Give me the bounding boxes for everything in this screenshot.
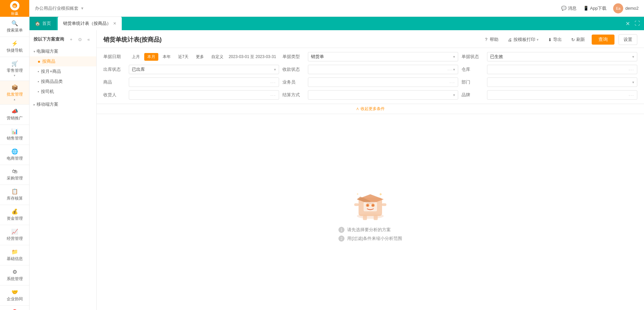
sidebar-item-purchase[interactable]: 🛍 采购管理 [0, 165, 29, 185]
tree-child-by-printer[interactable]: ▪ 按司机 [30, 87, 96, 97]
doc-status-control[interactable]: 已生效 ▾ [487, 52, 637, 61]
date-tab-more[interactable]: 更多 [193, 53, 207, 61]
tab-home[interactable]: 🏠 首页 [30, 17, 56, 30]
query-btn[interactable]: 查询 [592, 35, 614, 45]
sidebar-item-label: 企业协同 [7, 296, 23, 302]
date-tab-7days[interactable]: 近7天 [175, 53, 192, 61]
brand-control[interactable]: ··· [487, 90, 637, 100]
sidebar-item-newbie[interactable]: 🎯 新手引导 [0, 306, 29, 310]
print-dropdown-icon: ▾ [537, 38, 539, 42]
sidebar-item-sales[interactable]: 📊 销售管理 [0, 125, 29, 145]
message-btn[interactable]: 💬 消息 [561, 5, 577, 11]
sidebar-item-basic[interactable]: 📁 基础信息 [0, 245, 29, 265]
page-title: 销货单统计表(按商品) [103, 36, 162, 44]
template-print-btn[interactable]: 🖨 按模板打印 ▾ [505, 35, 541, 44]
sidebar-item-ecommerce[interactable]: 🌐 电商管理 [0, 145, 29, 165]
help-icon: ？ [484, 37, 488, 43]
ecommerce-icon: 🌐 [11, 148, 18, 155]
industry-dropdown-icon[interactable]: ▾ [81, 6, 84, 11]
purchase-icon: 🛍 [12, 168, 17, 174]
doc-type-label: 单据类型 [282, 54, 306, 60]
app-logo: 畅 标赢 [0, 0, 29, 17]
sidebar-item-wholesale[interactable]: 📦 批发管理 ▴ [0, 81, 29, 105]
filter-cell-stock-status: 出库状态 已出库 ▾ [103, 65, 279, 74]
tab-close-icon[interactable]: ✕ [113, 21, 116, 25]
tree-mobile-parent[interactable]: ▸ 移动端方案 [30, 99, 96, 109]
tree-child-icon-2: ▪ [38, 79, 39, 84]
payment-status-control[interactable]: ··· ▾ [308, 65, 458, 74]
tree-child-icon-1: ▪ [38, 69, 39, 74]
tree-child-by-category[interactable]: ▪ 按商品品类 [30, 76, 96, 87]
sidebar-item-marketing[interactable]: 📣 营销推广 [0, 105, 29, 125]
tab-fullscreen-icon[interactable]: ⛶ [633, 19, 641, 28]
tree-desktop: ▾ 电脑端方案 ● 按商品 ▪ 按月+商品 ▪ 按商品品类 ▪ 按司机 [30, 45, 96, 98]
sidebar-item-label: 销售管理 [7, 136, 23, 141]
app-download-btn[interactable]: 📱 App下载 [583, 5, 606, 11]
refresh-btn[interactable]: ↻ 刷新 [569, 35, 588, 44]
stock-status-value: 已出库 [132, 66, 145, 72]
sidebar-item-system[interactable]: ⚙ 系统管理 [0, 265, 29, 286]
svg-point-7 [367, 205, 368, 206]
help-btn[interactable]: ？ 帮助 [481, 35, 501, 44]
tree-child-by-product[interactable]: ● 按商品 [30, 56, 96, 66]
enterprise-icon: 🤝 [11, 289, 18, 295]
date-tab-this-year[interactable]: 本年 [160, 53, 174, 61]
sidebar-item-enterprise[interactable]: 🤝 企业协同 [0, 286, 29, 306]
filter-cell-date: 单据日期 上月 本月 本年 近7天 更多 自定义 2023-03-01 至 20… [103, 53, 279, 61]
salesperson-control[interactable]: ··· [308, 78, 458, 87]
product-control[interactable]: ··· [129, 78, 279, 87]
basic-icon: 📁 [11, 249, 18, 255]
receiver-control[interactable]: ··· [129, 90, 279, 100]
doc-type-control[interactable]: 销货单 ▾ [308, 52, 458, 61]
tree-mobile: ▸ 移动端方案 [30, 98, 96, 111]
receiver-label: 收货人 [103, 92, 127, 98]
filter-cell-receiver: 收货人 ··· [103, 90, 279, 100]
collapse-panel-btn[interactable]: « [85, 36, 92, 43]
doc-type-arrow-icon: ▾ [453, 55, 455, 59]
date-tab-last-month[interactable]: 上月 [129, 53, 143, 61]
tab-close-all-icon[interactable]: ✕ [624, 19, 631, 28]
help-label: 帮助 [490, 37, 498, 43]
date-tab-this-month[interactable]: 本月 [144, 53, 158, 61]
sidebar-item-label: 采购管理 [7, 175, 23, 181]
payment-method-arrow-icon: ▾ [453, 93, 455, 97]
sidebar-item-retail[interactable]: 🛒 零售管理 ▾ [0, 57, 29, 81]
page-header: 销货单统计表(按商品) ？ 帮助 🖨 按模板打印 ▾ ⬇ 导出 [97, 30, 644, 48]
sidebar-item-label: 库存核算 [7, 196, 23, 201]
filter-cell-brand: 品牌 ··· [462, 90, 637, 100]
sidebar-item-search-menu[interactable]: 🔍 搜索菜单 [0, 17, 29, 37]
top-header: 办公用品行业模拟账套 ▾ 💬 消息 📱 App下载 Ea demo2 [30, 0, 644, 17]
doc-status-value: 已生效 [490, 54, 503, 60]
tree-child-by-month-product[interactable]: ▪ 按月+商品 [30, 66, 96, 76]
add-scheme-btn[interactable]: + [67, 36, 75, 43]
export-label: 导出 [553, 37, 562, 43]
svg-rect-11 [354, 203, 359, 206]
sidebar-item-inventory[interactable]: 📋 库存核算 [0, 185, 29, 205]
logo-icon: 畅 [10, 1, 19, 10]
sidebar-item-label: 营销推广 [7, 115, 23, 121]
sidebar-item-label: 经营管理 [7, 236, 23, 242]
payment-method-control[interactable]: ▾ [308, 90, 458, 100]
receiver-dots-icon: ··· [270, 93, 276, 98]
user-btn[interactable]: Ea demo2 [613, 3, 639, 13]
sidebar-item-label: 系统管理 [7, 276, 23, 282]
department-control[interactable]: ▾ [487, 78, 637, 87]
date-tab-custom[interactable]: 自定义 [208, 53, 226, 61]
warehouse-control[interactable]: ··· [487, 65, 637, 74]
tab-sales-stat[interactable]: 销货单统计表（按商品） ✕ [58, 17, 122, 30]
sidebar-item-finance[interactable]: 💰 资金管理 [0, 205, 29, 225]
settings-scheme-btn[interactable]: ⊙ [76, 36, 84, 43]
stock-status-control[interactable]: 已出库 ▾ [129, 65, 279, 74]
export-btn[interactable]: ⬇ 导出 [545, 35, 565, 44]
right-main: 销货单统计表(按商品) ？ 帮助 🖨 按模板打印 ▾ ⬇ 导出 [97, 30, 644, 310]
collapse-bar[interactable]: ∧ 收起更多条件 [97, 104, 644, 114]
page-header-actions: ？ 帮助 🖨 按模板打印 ▾ ⬇ 导出 ↻ 刷新 [481, 34, 637, 45]
sidebar-item-operations[interactable]: 📈 经营管理 [0, 225, 29, 245]
filter-cell-payment-status: 收款状态 ··· ▾ [282, 65, 458, 74]
filter-row-1: 单据日期 上月 本月 本年 近7天 更多 自定义 2023-03-01 至 20… [103, 52, 637, 61]
sidebar-item-quick-nav[interactable]: ⚡ 快捷导航 [0, 37, 29, 57]
marketing-icon: 📣 [11, 108, 18, 114]
svg-text:✦: ✦ [379, 192, 383, 197]
settings-btn[interactable]: 设置 [619, 34, 637, 45]
tree-desktop-parent[interactable]: ▾ 电脑端方案 [30, 46, 96, 56]
